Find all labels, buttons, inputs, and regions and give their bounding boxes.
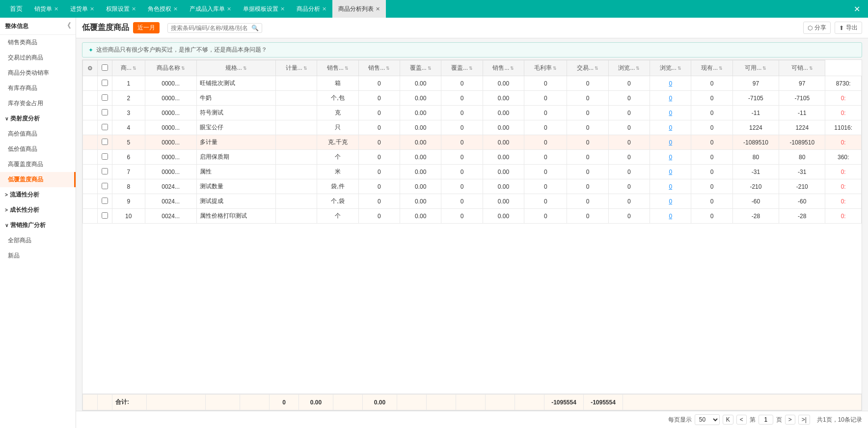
first-page-btn[interactable]: K: [723, 415, 733, 425]
last-page-btn[interactable]: >|: [798, 415, 810, 425]
sidebar-item-low-coverage[interactable]: 低覆盖度商品: [0, 172, 76, 187]
sidebar-item-category-rate[interactable]: 商品分类动销率: [0, 65, 76, 81]
nav-analysis[interactable]: 商品分析 ✕: [291, 0, 332, 18]
share-btn[interactable]: ⬡ 分享: [803, 22, 831, 34]
nav-close-warehouse[interactable]: ✕: [227, 6, 231, 12]
page-size-select[interactable]: 50 100 200: [695, 414, 720, 425]
cell-browse1[interactable]: 0: [650, 91, 691, 106]
col-available[interactable]: 可用...⇅: [732, 60, 779, 76]
col-cover2[interactable]: 覆盖...⇅: [441, 60, 483, 76]
col-sales-amt[interactable]: 销售...⇅: [358, 60, 400, 76]
sidebar-item-sales-goods[interactable]: 销售类商品: [0, 35, 76, 50]
col-code[interactable]: 商...⇅: [112, 60, 145, 76]
nav-close-analysis-list[interactable]: ✕: [376, 6, 380, 12]
nav-sales[interactable]: 销货单 ✕: [28, 0, 64, 18]
cell-browse1[interactable]: 0: [650, 106, 691, 120]
sidebar-item-low-value[interactable]: 低价值商品: [0, 142, 76, 157]
col-gross-rate[interactable]: 毛利率⇅: [524, 60, 567, 76]
cell-browse1[interactable]: 0: [650, 165, 691, 179]
col-unit[interactable]: 计量...⇅: [275, 60, 317, 76]
col-current-stock[interactable]: 现有...⇅: [691, 60, 732, 76]
sidebar-item-traded-goods[interactable]: 交易过的商品: [0, 50, 76, 65]
cell-checkbox[interactable]: [98, 179, 112, 194]
nav-purchase[interactable]: 进货单 ✕: [64, 0, 100, 18]
cell-checkbox[interactable]: [98, 91, 112, 106]
col-saleable[interactable]: 可销...⇅: [779, 60, 825, 76]
sidebar-item-stock-capital[interactable]: 库存资金占用: [0, 96, 76, 111]
cell-checkbox[interactable]: [98, 209, 112, 224]
row-checkbox[interactable]: [102, 80, 108, 86]
cell-trade: 0: [608, 209, 650, 224]
col-sales-qty[interactable]: 销售...⇅: [317, 60, 358, 76]
sidebar-section-marketing[interactable]: ∨ 营销推广分析: [0, 218, 76, 233]
totals-current-stock: -1095554: [544, 395, 584, 410]
row-checkbox[interactable]: [102, 168, 108, 174]
nav-roles[interactable]: 角色授权 ✕: [142, 0, 184, 18]
cell-browse1[interactable]: 0: [650, 179, 691, 194]
sidebar-item-all-goods[interactable]: 全部商品: [0, 233, 76, 248]
col-browse2[interactable]: 浏览...⇅: [650, 60, 691, 76]
sidebar-item-new-goods[interactable]: 新品: [0, 248, 76, 263]
export-btn[interactable]: ⬆ 导出: [835, 22, 862, 34]
nav-close-sales[interactable]: ✕: [54, 6, 58, 12]
nav-close-analysis[interactable]: ✕: [322, 6, 326, 12]
col-checkbox[interactable]: [98, 60, 112, 76]
cell-browse1[interactable]: 0: [650, 76, 691, 91]
nav-home[interactable]: 首页: [4, 0, 28, 18]
nav-close-roles[interactable]: ✕: [173, 6, 178, 12]
filter-recent-btn[interactable]: 近一月: [133, 22, 160, 33]
cell-checkbox[interactable]: [98, 120, 112, 135]
cell-settings: [83, 165, 98, 179]
row-checkbox[interactable]: [102, 109, 108, 115]
cell-checkbox[interactable]: [98, 135, 112, 150]
col-spec[interactable]: 规格...⇅: [196, 60, 275, 76]
cell-checkbox[interactable]: [98, 150, 112, 165]
nav-close-template[interactable]: ✕: [280, 6, 285, 12]
cell-checkbox[interactable]: [98, 76, 112, 91]
col-cover1[interactable]: 覆盖...⇅: [400, 60, 441, 76]
sidebar-item-high-coverage[interactable]: 高覆盖度商品: [0, 157, 76, 172]
next-page-btn[interactable]: >: [785, 415, 795, 425]
nav-close-purchase[interactable]: ✕: [90, 6, 94, 12]
col-trade[interactable]: 交易...⇅: [567, 60, 608, 76]
search-icon[interactable]: 🔍: [251, 25, 259, 31]
cell-checkbox[interactable]: [98, 194, 112, 209]
select-all-checkbox[interactable]: [102, 64, 108, 71]
nav-close-permissions[interactable]: ✕: [132, 6, 136, 12]
col-browse1[interactable]: 浏览...⇅: [608, 60, 650, 76]
col-sales3[interactable]: 销售...⇅: [483, 60, 524, 76]
row-checkbox[interactable]: [102, 124, 108, 130]
cell-browse1[interactable]: 0: [650, 150, 691, 165]
row-checkbox[interactable]: [102, 139, 108, 145]
cell-checkbox[interactable]: [98, 165, 112, 179]
cell-browse1[interactable]: 0: [650, 209, 691, 224]
nav-warehouse[interactable]: 产成品入库单 ✕: [184, 0, 237, 18]
cell-sales-amt: 0.00: [400, 194, 441, 209]
nav-template[interactable]: 单据模板设置 ✕: [237, 0, 291, 18]
sidebar-section-growth[interactable]: > 成长性分析: [0, 202, 76, 218]
row-checkbox[interactable]: [102, 94, 108, 101]
col-settings[interactable]: ⚙: [83, 60, 98, 76]
sidebar-section-flow[interactable]: > 流通性分析: [0, 187, 76, 202]
sidebar-item-high-value[interactable]: 高价值商品: [0, 126, 76, 142]
sidebar-section-class-analysis[interactable]: ∨ 类射度分析: [0, 111, 76, 126]
cell-checkbox[interactable]: [98, 106, 112, 120]
row-checkbox[interactable]: [102, 183, 108, 189]
row-checkbox[interactable]: [102, 212, 108, 219]
sidebar-collapse-btn[interactable]: 《: [64, 22, 71, 30]
cell-cover1: 0: [441, 76, 483, 91]
cell-browse1[interactable]: 0: [650, 135, 691, 150]
row-checkbox[interactable]: [102, 198, 108, 204]
window-close-button[interactable]: ✕: [850, 4, 864, 14]
page-number-input[interactable]: [759, 415, 773, 425]
row-checkbox[interactable]: [102, 153, 108, 160]
prev-page-btn[interactable]: <: [736, 415, 747, 425]
cell-browse1[interactable]: 0: [650, 194, 691, 209]
col-name[interactable]: 商品名称⇅: [145, 60, 196, 76]
cell-unit: 米: [317, 165, 358, 179]
nav-analysis-list[interactable]: 商品分析列表 ✕: [332, 0, 386, 18]
nav-permissions[interactable]: 权限设置 ✕: [100, 0, 142, 18]
cell-browse1[interactable]: 0: [650, 120, 691, 135]
sidebar-item-stocked-goods[interactable]: 有库存商品: [0, 81, 76, 96]
search-input[interactable]: [171, 25, 249, 31]
